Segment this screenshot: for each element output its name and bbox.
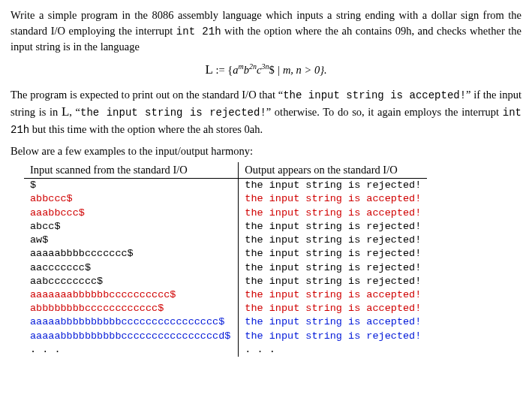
cell-input: abbbbbbbbcccccccccccc$: [24, 302, 239, 315]
cell-input: abbccc$: [24, 192, 239, 206]
cell-input: abcc$: [24, 220, 239, 234]
cell-output: the input string is rejected!: [239, 179, 427, 193]
table-row: aaccccccc$the input string is rejected!: [24, 261, 427, 275]
cell-input: $: [24, 179, 239, 193]
cell-ellipsis-right: . . .: [239, 343, 427, 357]
th-output: Output appears on the standard I/O: [239, 162, 427, 179]
table-row: abcc$the input string is rejected!: [24, 220, 427, 234]
paragraph-3: Below are a few examples to the input/ou…: [11, 143, 521, 159]
table-row: $the input string is rejected!: [24, 179, 427, 193]
cell-output: the input string is rejected!: [239, 234, 427, 247]
cell-output: the input string is rejected!: [239, 261, 427, 275]
cell-input: aw$: [24, 234, 239, 247]
table-row: abbbbbbbbcccccccccccc$the input string i…: [24, 302, 427, 315]
paragraph-1: Write a simple program in the 8086 assem…: [11, 8, 521, 55]
math-L: L: [205, 62, 212, 77]
math-cond: | m, n > 0}.: [275, 64, 327, 76]
table-row: aaaaabbbbbbbbbbccccccccccccccccd$the inp…: [24, 330, 427, 343]
math-exp-3n: 3n: [261, 63, 269, 71]
p2-e: but this time with the option where the …: [29, 123, 263, 135]
cell-output: the input string is accepted!: [239, 207, 427, 220]
table-row: abbccc$the input string is accepted!: [24, 192, 427, 206]
p2-accept: the input string is accepted!: [283, 89, 466, 101]
cell-output: the input string is rejected!: [239, 220, 427, 234]
math-exp-m: m: [238, 63, 243, 71]
th-input: Input scanned from the standard I/O: [24, 162, 239, 179]
p2-L: L: [62, 104, 69, 119]
table-header-row: Input scanned from the standard I/O Outp…: [24, 162, 427, 179]
table-row: aabcccccccc$the input string is rejected…: [24, 275, 427, 288]
cell-input: aaaaabbbbbbbbbbcccccccccccccccc$: [24, 315, 239, 329]
table-row: aaabbccc$the input string is accepted!: [24, 207, 427, 220]
paragraph-2: The program is expected to print out on …: [11, 87, 521, 137]
io-table: Input scanned from the standard I/O Outp…: [24, 162, 427, 357]
cell-output: the input string is accepted!: [239, 315, 427, 329]
cell-input: aaaaabbbbccccccc$: [24, 247, 239, 261]
math-dollar: $: [269, 64, 274, 76]
cell-input: aaccccccc$: [24, 261, 239, 275]
cell-output: the input string is accepted!: [239, 192, 427, 206]
table-row: aaaaabbbbbbbbbbcccccccccccccccc$the inpu…: [24, 315, 427, 329]
cell-output: the input string is rejected!: [239, 330, 427, 343]
io-tbody: $the input string is rejected!abbccc$the…: [24, 179, 427, 357]
p2-reject: the input string is rejected!: [80, 107, 266, 119]
p2-a: The program is expected to print out on …: [11, 89, 283, 101]
cell-ellipsis-left: . . .: [24, 343, 239, 357]
math-assign: := {: [213, 64, 233, 76]
cell-input: aabcccccccc$: [24, 275, 239, 288]
p2-d: ” otherwise. To do so, it again employs …: [266, 106, 503, 118]
table-row: aaaaabbbbccccccc$the input string is rej…: [24, 247, 427, 261]
table-row: aw$the input string is rejected!: [24, 234, 427, 247]
p1-int: int 21h: [176, 26, 221, 38]
cell-input: aaaaabbbbbbbbbbccccccccccccccccd$: [24, 330, 239, 343]
cell-input: aaaaaaabbbbbbcccccccccc$: [24, 288, 239, 302]
cell-output: the input string is accepted!: [239, 302, 427, 315]
cell-output: the input string is rejected!: [239, 275, 427, 288]
cell-output: the input string is rejected!: [239, 247, 427, 261]
math-definition: L := {amb2nc3n$ | m, n > 0}.: [11, 61, 521, 80]
table-row: aaaaaaabbbbbbcccccccccc$the input string…: [24, 288, 427, 302]
p2-c: , “: [69, 106, 80, 118]
table-row-ellipsis: . . .. . .: [24, 343, 427, 357]
cell-output: the input string is accepted!: [239, 288, 427, 302]
cell-input: aaabbccc$: [24, 207, 239, 220]
math-exp-2n: 2n: [249, 63, 257, 71]
math-b: b: [244, 64, 249, 76]
